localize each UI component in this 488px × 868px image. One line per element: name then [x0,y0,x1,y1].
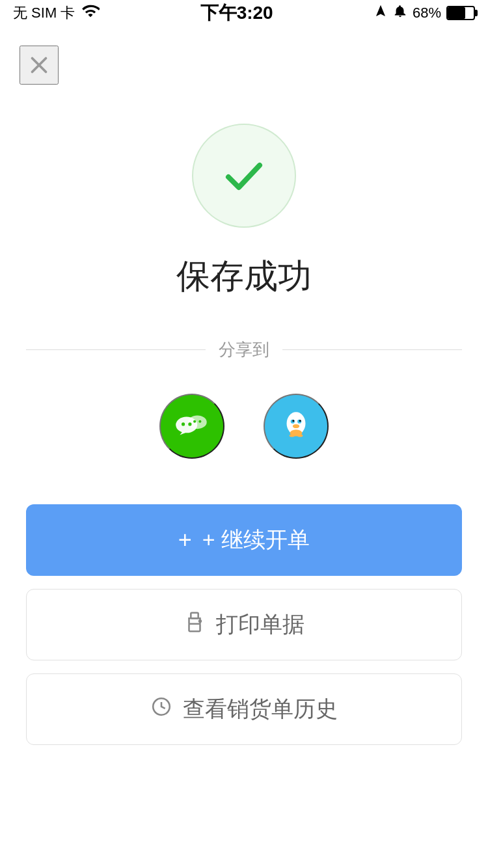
battery-indicator [446,6,475,20]
main-content: 保存成功 分享到 [0,85,488,868]
status-bar: 无 SIM 卡 下午3:20 68% [0,0,488,26]
history-label: 查看销货单历史 [183,694,338,724]
svg-point-3 [188,415,207,429]
checkmark-icon [218,150,270,202]
print-button[interactable]: 打印单据 [26,589,462,660]
print-label: 打印单据 [216,610,305,640]
svg-point-21 [199,620,201,622]
svg-point-7 [198,420,201,423]
action-buttons: + + 继续开单 打印单据 查看销货单历史 [26,504,462,745]
svg-point-10 [299,423,304,429]
plus-icon: + [178,526,192,554]
status-left: 无 SIM 卡 [13,2,100,24]
close-button[interactable] [20,46,59,85]
svg-point-15 [293,424,299,428]
status-time: 下午3:20 [200,1,273,25]
alarm-icon [393,4,407,22]
svg-rect-20 [191,613,198,619]
history-icon [150,696,172,723]
wifi-icon [81,2,100,24]
qq-share-button[interactable] [264,394,329,459]
share-icons-row [159,394,329,459]
history-button[interactable]: 查看销货单历史 [26,673,462,745]
battery-percent: 68% [413,5,441,21]
status-right: 68% [373,4,475,22]
sim-text: 无 SIM 卡 [13,3,75,23]
svg-point-18 [297,434,303,437]
svg-point-9 [288,423,293,429]
success-icon-circle [192,124,296,228]
success-title: 保存成功 [176,254,312,299]
share-label: 分享到 [219,338,269,361]
svg-rect-19 [189,624,200,631]
divider-left [26,349,206,350]
svg-point-5 [188,422,191,426]
wechat-icon [172,406,212,446]
continue-order-button[interactable]: + + 继续开单 [26,504,462,576]
qq-icon [276,406,316,446]
print-icon [183,611,206,638]
svg-point-4 [182,422,185,426]
location-icon [373,4,388,22]
divider-right [282,349,462,350]
svg-point-14 [299,420,301,422]
share-divider: 分享到 [26,338,462,361]
svg-point-13 [292,420,294,422]
wechat-share-button[interactable] [159,394,224,459]
continue-order-label: + 继续开单 [202,525,310,555]
svg-point-17 [290,434,295,437]
svg-point-6 [193,420,196,423]
